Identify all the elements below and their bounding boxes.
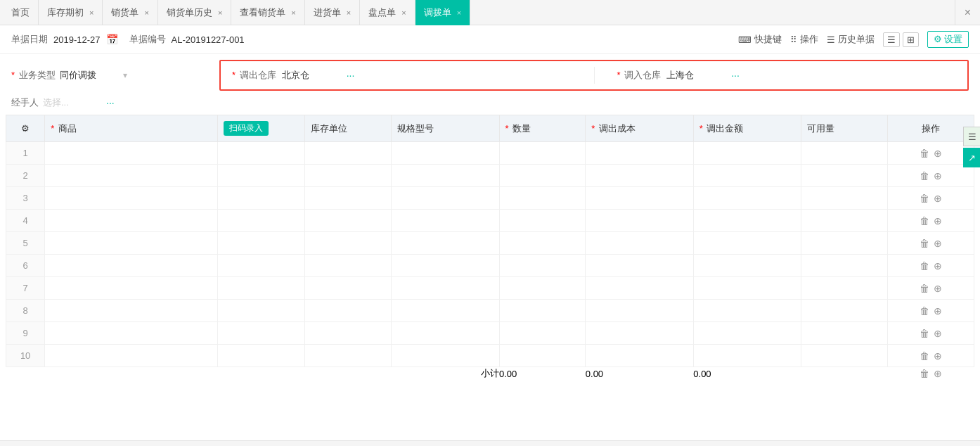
copy-icon[interactable]: ⊕: [934, 193, 942, 204]
handler-more[interactable]: ···: [106, 97, 115, 108]
cell-spec[interactable]: [392, 345, 500, 367]
tab-close-sales-history[interactable]: ×: [218, 8, 222, 17]
cell-unit[interactable]: [305, 345, 392, 367]
subtotal-copy-icon[interactable]: ⊕: [934, 368, 942, 379]
delete-icon[interactable]: 🗑: [920, 215, 929, 227]
tab-view-sales[interactable]: 查看销货单 ×: [231, 0, 304, 25]
cell-amount[interactable]: [693, 277, 801, 300]
handler-value[interactable]: 选择...: [43, 96, 99, 109]
cell-spec[interactable]: [392, 277, 500, 300]
shortcut-button[interactable]: ⌨ 快捷键: [738, 33, 782, 46]
cell-amount[interactable]: [693, 142, 801, 165]
copy-icon[interactable]: ⊕: [934, 170, 942, 181]
delete-icon[interactable]: 🗑: [920, 148, 929, 159]
cell-cost[interactable]: [586, 345, 694, 367]
grid-view-button[interactable]: ⊞: [903, 32, 919, 47]
delete-icon[interactable]: 🗑: [920, 238, 929, 249]
copy-icon[interactable]: ⊕: [934, 305, 942, 317]
cell-amount[interactable]: [693, 300, 801, 322]
delete-icon[interactable]: 🗑: [920, 305, 929, 317]
cell-product[interactable]: [45, 255, 218, 277]
cell-amount[interactable]: [693, 165, 801, 187]
tab-close-inventory-init[interactable]: ×: [89, 8, 94, 17]
cell-unit[interactable]: [305, 322, 392, 345]
cell-amount[interactable]: [693, 345, 801, 367]
window-close-button[interactable]: ×: [955, 0, 980, 25]
cell-product[interactable]: [45, 187, 218, 210]
side-export-icon[interactable]: ↗: [963, 148, 980, 167]
tab-home[interactable]: 首页: [3, 0, 39, 25]
tab-inventory-init[interactable]: 库存期初 ×: [39, 0, 103, 25]
cell-spec[interactable]: [392, 187, 500, 210]
subtotal-delete-icon[interactable]: 🗑: [920, 368, 929, 379]
cell-qty[interactable]: [499, 345, 586, 367]
cell-cost[interactable]: [586, 300, 694, 322]
tab-sales-order[interactable]: 销货单 ×: [103, 0, 157, 25]
cell-amount[interactable]: [693, 322, 801, 345]
biz-type-dropdown[interactable]: ▾: [120, 70, 130, 80]
biz-type-value[interactable]: 同价调拨: [60, 69, 116, 82]
cell-qty[interactable]: [499, 277, 586, 300]
copy-icon[interactable]: ⊕: [934, 215, 942, 227]
cell-amount[interactable]: [693, 255, 801, 277]
cell-unit[interactable]: [305, 142, 392, 165]
copy-icon[interactable]: ⊕: [934, 260, 942, 272]
tab-transfer[interactable]: 调拨单 ×: [415, 0, 470, 25]
cell-spec[interactable]: [392, 322, 500, 345]
cell-product[interactable]: [45, 300, 218, 322]
cell-spec[interactable]: [392, 232, 500, 255]
side-list-icon[interactable]: ☰: [963, 127, 980, 146]
cell-unit[interactable]: [305, 277, 392, 300]
source-warehouse-value[interactable]: 北京仓: [282, 69, 338, 82]
target-warehouse-more[interactable]: ···: [731, 70, 740, 81]
cell-product[interactable]: [45, 277, 218, 300]
cell-qty[interactable]: [499, 322, 586, 345]
delete-icon[interactable]: 🗑: [920, 260, 929, 272]
cell-product[interactable]: [45, 322, 218, 345]
cell-amount[interactable]: [693, 210, 801, 232]
operation-button[interactable]: ⠿ 操作: [790, 33, 818, 46]
cell-qty[interactable]: [499, 255, 586, 277]
tab-stocktake[interactable]: 盘点单 ×: [360, 0, 415, 25]
copy-icon[interactable]: ⊕: [934, 328, 942, 339]
cell-amount[interactable]: [693, 232, 801, 255]
cell-unit[interactable]: [305, 255, 392, 277]
copy-icon[interactable]: ⊕: [934, 350, 942, 362]
cell-cost[interactable]: [586, 277, 694, 300]
th-settings[interactable]: ⚙: [6, 115, 45, 142]
cell-product[interactable]: [45, 165, 218, 187]
history-button[interactable]: ☰ 历史单据: [827, 33, 875, 46]
delete-icon[interactable]: 🗑: [920, 350, 929, 362]
cell-product[interactable]: [45, 142, 218, 165]
cell-qty[interactable]: [499, 210, 586, 232]
cell-qty[interactable]: [499, 142, 586, 165]
cell-qty[interactable]: [499, 232, 586, 255]
cell-product[interactable]: [45, 210, 218, 232]
cell-cost[interactable]: [586, 322, 694, 345]
tab-close-view-sales[interactable]: ×: [291, 8, 295, 17]
tab-close-purchase[interactable]: ×: [347, 8, 351, 17]
cell-qty[interactable]: [499, 187, 586, 210]
cell-unit[interactable]: [305, 232, 392, 255]
cell-unit[interactable]: [305, 300, 392, 322]
cell-cost[interactable]: [586, 210, 694, 232]
cell-product[interactable]: [45, 232, 218, 255]
cell-qty[interactable]: [499, 165, 586, 187]
cell-cost[interactable]: [586, 232, 694, 255]
target-warehouse-value[interactable]: 上海仓: [666, 69, 723, 82]
delete-icon[interactable]: 🗑: [920, 170, 929, 181]
cell-unit[interactable]: [305, 187, 392, 210]
cell-spec[interactable]: [392, 300, 500, 322]
tab-close-stocktake[interactable]: ×: [401, 8, 406, 17]
scan-button[interactable]: 扫码录入: [224, 121, 269, 136]
tab-purchase[interactable]: 进货单 ×: [305, 0, 360, 25]
copy-icon[interactable]: ⊕: [934, 283, 942, 294]
cell-cost[interactable]: [586, 165, 694, 187]
list-view-button[interactable]: ☰: [883, 32, 900, 47]
copy-icon[interactable]: ⊕: [934, 238, 942, 249]
cell-product[interactable]: [45, 345, 218, 367]
tab-close-sales-order[interactable]: ×: [144, 8, 148, 17]
delete-icon[interactable]: 🗑: [920, 193, 929, 204]
cell-cost[interactable]: [586, 142, 694, 165]
cell-spec[interactable]: [392, 210, 500, 232]
